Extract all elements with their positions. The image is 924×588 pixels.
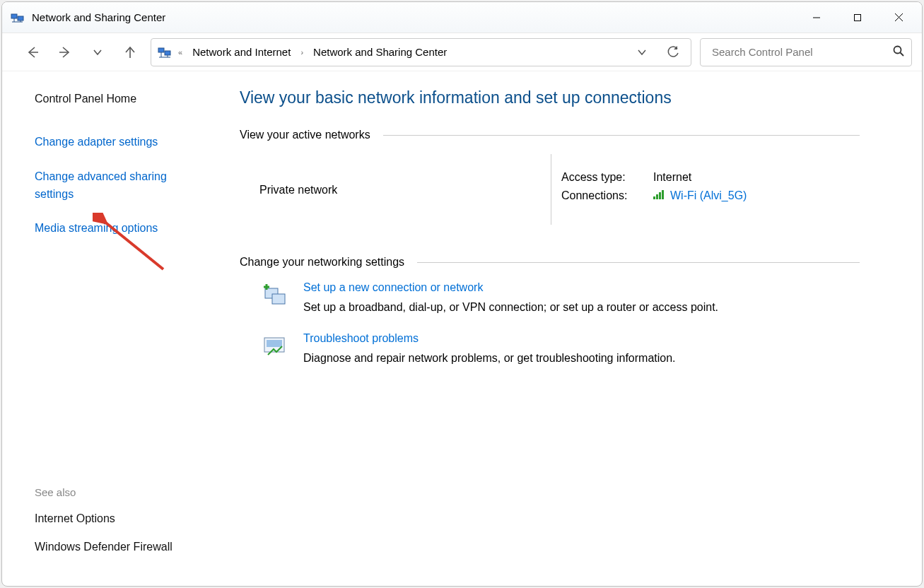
- nav-bar: « Network and Internet › Network and Sha…: [2, 33, 922, 71]
- svg-rect-6: [855, 14, 861, 20]
- svg-rect-20: [653, 196, 655, 199]
- control-panel-home-link[interactable]: Control Panel Home: [35, 93, 199, 105]
- maximize-button[interactable]: [837, 2, 878, 33]
- up-button[interactable]: [114, 38, 146, 66]
- section-active-networks: View your active networks: [240, 129, 860, 141]
- svg-rect-1: [18, 16, 23, 20]
- svg-rect-21: [656, 194, 658, 199]
- app-icon: [11, 11, 25, 25]
- svg-rect-13: [165, 51, 170, 55]
- see-also-internet-options[interactable]: Internet Options: [35, 512, 199, 525]
- troubleshoot-link[interactable]: Troubleshoot problems: [303, 332, 676, 345]
- location-icon: [157, 45, 172, 60]
- svg-rect-12: [158, 48, 164, 52]
- svg-rect-30: [267, 340, 282, 347]
- content-body: Control Panel Home Change adapter settin…: [2, 71, 922, 586]
- chevron-right-icon: ›: [299, 48, 305, 57]
- section-label-active: View your active networks: [240, 129, 370, 141]
- sidebar: Control Panel Home Change adapter settin…: [2, 71, 218, 586]
- chevron-left-icon[interactable]: «: [177, 48, 184, 57]
- network-type: Private network: [259, 184, 551, 196]
- close-button[interactable]: [878, 2, 919, 33]
- forward-button[interactable]: [49, 38, 81, 66]
- setup-connection-item: Set up a new connection or network Set u…: [262, 281, 860, 314]
- breadcrumb-network-sharing[interactable]: Network and Sharing Center: [309, 46, 451, 58]
- sidebar-link-advanced-sharing[interactable]: Change advanced sharing settings: [35, 168, 199, 204]
- search-box[interactable]: [700, 38, 912, 66]
- app-window: Network and Sharing Center «: [1, 1, 923, 587]
- svg-point-17: [894, 46, 901, 53]
- see-also-heading: See also: [35, 486, 199, 498]
- sidebar-link-media-streaming[interactable]: Media streaming options: [35, 220, 199, 237]
- sidebar-link-adapter-settings[interactable]: Change adapter settings: [35, 134, 199, 151]
- address-bar[interactable]: « Network and Internet › Network and Sha…: [151, 38, 691, 66]
- window-title: Network and Sharing Center: [32, 11, 165, 23]
- svg-line-18: [901, 52, 904, 56]
- divider: [383, 135, 860, 136]
- active-network-block: Private network Access type: Internet Co…: [240, 154, 860, 225]
- search-input[interactable]: [710, 45, 887, 59]
- back-button[interactable]: [16, 38, 49, 66]
- title-bar: Network and Sharing Center: [2, 2, 922, 33]
- svg-rect-25: [272, 294, 285, 304]
- setup-connection-icon: [262, 283, 288, 308]
- access-type-value: Internet: [653, 171, 691, 184]
- wifi-signal-icon: [653, 189, 666, 202]
- search-icon[interactable]: [893, 45, 904, 59]
- connections-label: Connections:: [561, 189, 653, 202]
- address-dropdown-button[interactable]: [628, 39, 655, 66]
- breadcrumb-network-internet[interactable]: Network and Internet: [188, 46, 295, 58]
- main-panel: View your basic network information and …: [218, 71, 922, 586]
- troubleshoot-item: Troubleshoot problems Diagnose and repai…: [262, 332, 860, 365]
- svg-rect-0: [11, 14, 17, 18]
- troubleshoot-desc: Diagnose and repair network problems, or…: [303, 352, 676, 365]
- refresh-button[interactable]: [660, 39, 686, 66]
- page-heading: View your basic network information and …: [240, 88, 860, 107]
- troubleshoot-icon: [262, 334, 288, 359]
- setup-connection-desc: Set up a broadband, dial-up, or VPN conn…: [303, 301, 718, 314]
- see-also-defender-firewall[interactable]: Windows Defender Firewall: [35, 541, 199, 553]
- access-type-label: Access type:: [561, 171, 653, 184]
- svg-rect-22: [659, 192, 661, 199]
- section-label-change: Change your networking settings: [240, 256, 404, 269]
- divider: [417, 262, 860, 263]
- svg-rect-23: [662, 190, 664, 199]
- connection-link[interactable]: Wi-Fi (Alvi_5G): [670, 189, 747, 202]
- section-change-settings: Change your networking settings: [240, 256, 860, 269]
- setup-connection-link[interactable]: Set up a new connection or network: [303, 281, 718, 294]
- minimize-button[interactable]: [796, 2, 837, 33]
- recent-locations-button[interactable]: [81, 38, 114, 66]
